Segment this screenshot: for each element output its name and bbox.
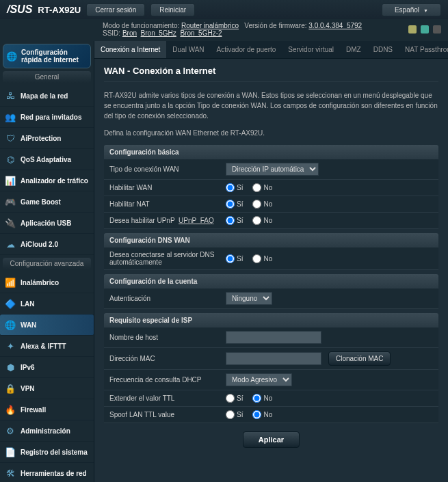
reboot-button[interactable]: Reiniciar bbox=[150, 3, 195, 16]
sidebar-item-lan[interactable]: 🔷LAN bbox=[0, 293, 94, 314]
sidebar-item-aiprotect[interactable]: 🛡AiProtection bbox=[0, 128, 94, 149]
model-name: RT-AX92U bbox=[38, 5, 81, 15]
wan-icon: 🌐 bbox=[4, 319, 16, 331]
cloud-icon: ☁ bbox=[4, 238, 16, 250]
ssid-1[interactable]: Bron bbox=[122, 29, 137, 37]
input-mac[interactable] bbox=[226, 352, 321, 365]
mode-label: Modo de funcionamiento: bbox=[103, 22, 179, 29]
sidebar-item-admin[interactable]: ⚙Administración bbox=[0, 420, 94, 442]
label-ttl-spoof: Spoof LAN TTL value bbox=[109, 411, 226, 418]
radio-wan-no[interactable] bbox=[252, 183, 261, 192]
sidebar-item-alexa[interactable]: ✦Alexa & IFTTT bbox=[0, 336, 94, 357]
network-icon: 🖧 bbox=[4, 90, 16, 102]
sidebar-item-label: Alexa & IFTTT bbox=[21, 343, 66, 350]
advanced-header: Configuración avanzada bbox=[3, 258, 91, 269]
sidebar-item-netmap[interactable]: 🖧Mapa de la red bbox=[0, 85, 94, 107]
radio-ttle-no[interactable] bbox=[252, 394, 261, 403]
sidebar-item-traffic[interactable]: 📊Analizador de tráfico bbox=[0, 170, 94, 191]
sidebar-item-vpn[interactable]: 🔒VPN bbox=[0, 378, 94, 399]
sidebar-item-qos[interactable]: ⌬QoS Adaptativa bbox=[0, 149, 94, 170]
sidebar-item-label: Red para invitados bbox=[21, 113, 81, 121]
sidebar-item-label: Registro del sistema bbox=[21, 448, 88, 456]
section-isp: Requisito especial de ISP bbox=[104, 313, 438, 327]
label-auth: Autenticación bbox=[109, 295, 226, 302]
radio-ttls-yes[interactable] bbox=[226, 410, 235, 419]
tab-internet[interactable]: Conexión a Internet bbox=[94, 41, 166, 58]
sidebar-item-ipv6[interactable]: ⬢IPv6 bbox=[0, 357, 94, 378]
radio-label: No bbox=[263, 217, 272, 224]
radio-ttls-no[interactable] bbox=[252, 410, 261, 419]
label-enable-upnp: Desea habilitar UPnP bbox=[109, 217, 174, 224]
sidebar-item-syslog[interactable]: 📄Registro del sistema bbox=[0, 442, 94, 463]
sidebar-item-nettools[interactable]: 🛠Herramientas de red bbox=[0, 463, 94, 482]
apply-button[interactable]: Aplicar bbox=[243, 431, 300, 448]
tab-dmz[interactable]: DMZ bbox=[340, 41, 367, 58]
select-dhcp-freq[interactable]: Modo Agresivo bbox=[226, 373, 292, 386]
input-hostname[interactable] bbox=[226, 331, 321, 344]
sidebar-item-label: Analizador de tráfico bbox=[21, 177, 88, 185]
sidebar-item-usb[interactable]: 🔌Aplicación USB bbox=[0, 213, 94, 234]
radio-upnp-yes[interactable] bbox=[226, 216, 235, 225]
label-wan-type: Tipo de conexión WAN bbox=[109, 165, 226, 173]
radio-label: Sí bbox=[237, 255, 243, 263]
section-basic: Configuración básica bbox=[104, 145, 438, 159]
language-selector[interactable]: Español bbox=[382, 3, 441, 16]
ssid-3[interactable]: Bron_5GHz-2 bbox=[180, 29, 222, 37]
sidebar-item-wireless[interactable]: 📶Inalámbrico bbox=[0, 272, 94, 293]
radio-label: Sí bbox=[237, 217, 243, 224]
upnp-faq-link[interactable]: UPnP_FAQ bbox=[179, 217, 214, 224]
tab-dualwan[interactable]: Dual WAN bbox=[166, 41, 210, 58]
sidebar-item-wan[interactable]: 🌐WAN bbox=[0, 314, 94, 336]
alexa-icon: ✦ bbox=[4, 340, 16, 352]
radio-label: No bbox=[263, 184, 272, 191]
radio-wan-yes[interactable] bbox=[226, 183, 235, 192]
radio-label: Sí bbox=[237, 200, 243, 208]
usb-icon[interactable] bbox=[433, 25, 441, 34]
radio-dns-no[interactable] bbox=[252, 254, 261, 263]
quick-setup-button[interactable]: 🌐 Configuración rápida de Internet bbox=[3, 44, 91, 68]
radio-nat-yes[interactable] bbox=[226, 200, 235, 209]
lan-icon: 🔷 bbox=[4, 297, 16, 310]
vpn-icon: 🔒 bbox=[4, 382, 16, 394]
sidebar-item-label: AiProtection bbox=[21, 135, 61, 142]
label-hostname: Nombre de host bbox=[109, 334, 226, 341]
tab-ddns[interactable]: DDNS bbox=[367, 41, 399, 58]
tab-nat[interactable]: NAT Passthrough bbox=[399, 41, 448, 58]
radio-dns-yes[interactable] bbox=[226, 254, 235, 263]
sidebar: 🌐 Configuración rápida de Internet Gener… bbox=[0, 41, 94, 482]
chart-icon: 📊 bbox=[4, 174, 16, 187]
brand-logo: /SUS bbox=[7, 3, 32, 16]
admin-icon: ⚙ bbox=[4, 425, 16, 437]
sidebar-item-aicloud[interactable]: ☁AiCloud 2.0 bbox=[0, 234, 94, 255]
logout-button[interactable]: Cerrar sesión bbox=[86, 3, 145, 16]
top-bar: /SUS RT-AX92U Cerrar sesión Reiniciar Es… bbox=[0, 0, 448, 19]
radio-nat-no[interactable] bbox=[252, 200, 261, 209]
select-wan-type[interactable]: Dirección IP automática bbox=[226, 163, 319, 176]
fw-value[interactable]: 3.0.0.4.384_5792 bbox=[308, 22, 362, 29]
sidebar-item-label: AiCloud 2.0 bbox=[21, 241, 58, 248]
gauge-icon: ⌬ bbox=[4, 153, 16, 165]
fw-label: Versión de firmware: bbox=[244, 22, 306, 29]
mode-value[interactable]: Router inalámbrico bbox=[181, 22, 239, 29]
sidebar-item-gameboost[interactable]: 🎮Game Boost bbox=[0, 191, 94, 213]
sidebar-item-guest[interactable]: 👥Red para invitados bbox=[0, 107, 94, 128]
radio-ttle-yes[interactable] bbox=[226, 394, 235, 403]
status-icon-1[interactable] bbox=[408, 25, 417, 34]
tab-bar: Conexión a Internet Dual WAN Activador d… bbox=[94, 41, 448, 59]
mac-clone-button[interactable]: Clonación MAC bbox=[328, 351, 391, 366]
ssid-2[interactable]: Bron_5GHz bbox=[141, 29, 176, 37]
sidebar-item-label: VPN bbox=[21, 385, 35, 392]
tab-virtual-server[interactable]: Servidor virtual bbox=[282, 41, 340, 58]
label-dns-auto: Desea conectarse al servidor DNS automát… bbox=[109, 251, 226, 266]
firewall-icon: 🔥 bbox=[4, 403, 16, 416]
ssid-label: SSID: bbox=[103, 29, 120, 37]
status-icon-2[interactable] bbox=[421, 25, 429, 34]
sidebar-item-firewall[interactable]: 🔥Firewall bbox=[0, 399, 94, 420]
tab-port-trigger[interactable]: Activador de puerto bbox=[211, 41, 282, 58]
radio-label: No bbox=[263, 200, 272, 208]
page-title: WAN - Conexión a Internet bbox=[104, 66, 438, 82]
guest-icon: 👥 bbox=[4, 111, 16, 123]
select-auth[interactable]: Ninguno bbox=[226, 292, 272, 305]
radio-upnp-no[interactable] bbox=[252, 216, 261, 225]
label-enable-nat: Habilitar NAT bbox=[109, 200, 226, 208]
